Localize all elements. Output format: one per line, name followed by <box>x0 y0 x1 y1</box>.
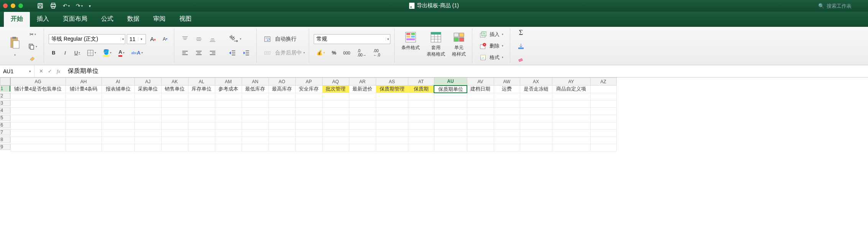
increase-indent-icon[interactable] <box>240 48 252 58</box>
font-size-combo[interactable]: ▾ <box>127 34 146 44</box>
cell[interactable] <box>408 115 434 122</box>
cell-reference-input[interactable] <box>3 68 26 74</box>
column-header[interactable]: AR <box>349 78 376 86</box>
row-header[interactable]: 7 <box>0 129 10 135</box>
spreadsheet-grid[interactable]: AGAHAIAJAKALAMANAOAPAQARASATAUAVAWAXAYAZ… <box>0 77 868 151</box>
cell[interactable] <box>269 137 295 144</box>
cell[interactable] <box>520 129 552 137</box>
cell[interactable] <box>188 107 215 115</box>
cell[interactable] <box>376 93 408 100</box>
cell[interactable]: 安全库存 <box>295 86 322 93</box>
cell[interactable] <box>467 144 494 151</box>
cell[interactable] <box>161 144 188 151</box>
cell[interactable] <box>188 122 215 129</box>
cell[interactable] <box>590 122 616 129</box>
font-name-input[interactable] <box>49 35 121 44</box>
column-header[interactable]: AV <box>467 78 494 86</box>
row-header[interactable]: 6 <box>0 122 10 128</box>
number-format-dropdown[interactable]: ▾ <box>386 37 390 41</box>
align-center-icon[interactable] <box>193 48 205 58</box>
cell[interactable] <box>376 122 408 129</box>
cell[interactable] <box>102 144 134 151</box>
column-header[interactable]: AL <box>188 78 215 86</box>
cell[interactable] <box>322 107 349 115</box>
percent-icon[interactable]: % <box>329 48 339 58</box>
cell[interactable] <box>269 129 295 137</box>
font-color-button[interactable]: A▾ <box>116 48 127 58</box>
cell[interactable]: 建档日期 <box>467 86 494 93</box>
cell[interactable] <box>408 144 434 151</box>
paste-button[interactable] <box>6 35 23 58</box>
cell[interactable] <box>349 137 376 144</box>
decrease-decimal-icon[interactable]: .00←.0 <box>370 48 383 58</box>
cell[interactable]: 最低库存 <box>242 86 269 93</box>
cell[interactable] <box>188 100 215 107</box>
cell[interactable] <box>215 115 242 122</box>
cell[interactable] <box>66 93 102 100</box>
column-header[interactable]: AH <box>66 78 102 86</box>
cell[interactable] <box>102 129 134 137</box>
cell[interactable] <box>134 100 161 107</box>
redo-icon[interactable]: ↷▾ <box>76 3 83 9</box>
column-header[interactable]: AQ <box>322 78 349 86</box>
cell-styles-button[interactable]: 单元 格样式 <box>450 31 468 58</box>
tab-home[interactable]: 开始 <box>4 12 30 27</box>
format-painter-icon[interactable] <box>25 54 40 64</box>
cell[interactable] <box>434 93 467 100</box>
cell[interactable] <box>520 93 552 100</box>
cell[interactable] <box>161 93 188 100</box>
cell[interactable] <box>10 137 66 144</box>
cell[interactable] <box>590 100 616 107</box>
formula-input[interactable] <box>68 68 865 75</box>
font-size-input[interactable] <box>127 35 138 44</box>
cell[interactable] <box>520 137 552 144</box>
cell[interactable] <box>494 100 520 107</box>
number-format-input[interactable] <box>314 35 386 44</box>
cell[interactable] <box>322 122 349 129</box>
cell[interactable]: 商品自定义项 <box>552 86 590 93</box>
wrap-text-icon[interactable] <box>261 34 274 44</box>
cell[interactable] <box>552 100 590 107</box>
search-input[interactable] <box>827 3 865 9</box>
cell[interactable]: 辅计量4是否包装单位 <box>10 86 66 93</box>
cell[interactable] <box>590 144 616 151</box>
column-header[interactable]: AI <box>102 78 134 86</box>
cell[interactable] <box>295 93 322 100</box>
cell[interactable] <box>66 100 102 107</box>
cell[interactable] <box>322 100 349 107</box>
cell[interactable] <box>322 93 349 100</box>
autosum-icon[interactable]: Σ <box>515 28 527 38</box>
cell[interactable] <box>295 100 322 107</box>
cell[interactable]: 辅计量4条码 <box>66 86 102 93</box>
italic-button[interactable]: I <box>60 48 70 58</box>
cell[interactable]: 参考成本 <box>215 86 242 93</box>
align-right-icon[interactable] <box>206 48 219 58</box>
cell[interactable] <box>161 115 188 122</box>
close-window[interactable] <box>3 3 8 8</box>
cell[interactable] <box>102 137 134 144</box>
cell[interactable] <box>161 129 188 137</box>
increase-font-icon[interactable]: A▴ <box>147 34 159 44</box>
cell[interactable] <box>66 129 102 137</box>
cell[interactable] <box>102 107 134 115</box>
cell[interactable] <box>215 129 242 137</box>
select-all-corner[interactable] <box>0 78 11 86</box>
tab-view[interactable]: 视图 <box>172 12 198 27</box>
undo-icon[interactable]: ↶▾ <box>63 3 70 9</box>
cell[interactable] <box>66 137 102 144</box>
merge-center-icon[interactable] <box>261 48 274 58</box>
cell[interactable] <box>408 137 434 144</box>
cell[interactable] <box>10 129 66 137</box>
cell[interactable] <box>376 107 408 115</box>
insert-cells-button[interactable]: + 插入▾ <box>477 30 506 40</box>
cell[interactable]: 批次管理 <box>322 86 349 93</box>
row-header[interactable]: 4 <box>0 107 10 114</box>
cell[interactable]: 运费 <box>494 86 520 93</box>
cell[interactable] <box>188 129 215 137</box>
cell[interactable] <box>434 137 467 144</box>
orientation-icon[interactable]: ab↗▾ <box>226 34 244 44</box>
cell[interactable] <box>552 93 590 100</box>
cell[interactable] <box>134 144 161 151</box>
minimize-window[interactable] <box>11 3 15 8</box>
wrap-text-label[interactable]: 自动换行 <box>275 36 296 43</box>
